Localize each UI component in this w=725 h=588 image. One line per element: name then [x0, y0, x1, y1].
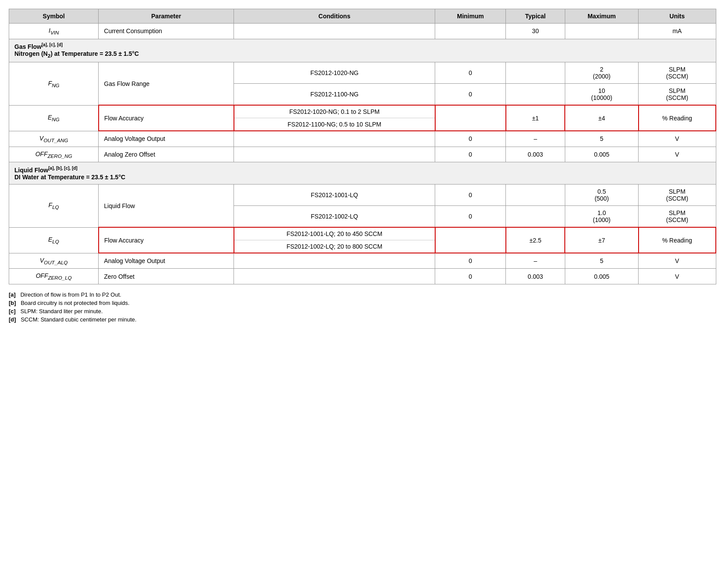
- typ-offzero-lq: 0.003: [506, 269, 565, 284]
- min-offzero-ng: 0: [435, 147, 506, 162]
- typ-offzero-ng: 0.003: [506, 147, 565, 162]
- min-vout-alq: 0: [435, 253, 506, 269]
- cond-fng-1: FS2012-1020-NG: [234, 62, 435, 84]
- min-fng-1: 0: [435, 62, 506, 84]
- param-liquid-flow: Liquid Flow: [99, 185, 234, 228]
- cond-flq-2: FS2012-1002-LQ: [234, 206, 435, 228]
- gas-flow-section-header: Gas Flow[a], [c], [d] Nitrogen (N2) at T…: [9, 39, 716, 62]
- symbol-fng: FNG: [9, 62, 99, 106]
- header-typical: Typical: [506, 9, 565, 24]
- cond-offzero-lq: [234, 269, 435, 284]
- min-elq: [435, 227, 506, 253]
- min-vout-ang: 0: [435, 131, 506, 147]
- param-gas-flow-range: Gas Flow Range: [99, 62, 234, 106]
- units-offzero-ng: V: [639, 147, 716, 162]
- symbol-offzero-lq: OFFZERO_LQ: [9, 269, 99, 284]
- units-fng-2: SLPM(SCCM): [639, 84, 716, 106]
- typ-eng: ±1: [506, 105, 565, 131]
- header-conditions: Conditions: [234, 9, 435, 24]
- max-offzero-lq: 0.005: [565, 269, 638, 284]
- liquid-flow-title: Liquid Flow[a], [b], [c], [d] DI Water a…: [9, 162, 716, 185]
- cond-vout-ang: [234, 131, 435, 147]
- min-eng: [435, 105, 506, 131]
- footnote-a: [a] Direction of flow is from P1 In to P…: [9, 291, 716, 298]
- main-table: Symbol Parameter Conditions Minimum Typi…: [9, 9, 716, 284]
- max-vout-alq: 5: [565, 253, 638, 269]
- symbol-vout-alq: VOUT_ALQ: [9, 253, 99, 269]
- flq-row-1: FLQ Liquid Flow FS2012-1001-LQ 0 0.5(500…: [9, 185, 716, 206]
- footnote-b: [b] Board circuitry is not protected fro…: [9, 300, 716, 306]
- footnotes: [a] Direction of flow is from P1 In to P…: [9, 291, 716, 323]
- liquid-flow-section-header: Liquid Flow[a], [b], [c], [d] DI Water a…: [9, 162, 716, 185]
- typ-vout-ang: –: [506, 131, 565, 147]
- header-minimum: Minimum: [435, 9, 506, 24]
- table-header-row: Symbol Parameter Conditions Minimum Typi…: [9, 9, 716, 24]
- footnote-c: [c] SLPM: Standard liter per minute.: [9, 308, 716, 315]
- cond-ivin: [234, 24, 435, 39]
- cond-eng: FS2012-1020-NG; 0.1 to 2 SLPM FS2012-110…: [234, 105, 435, 131]
- param-flow-accuracy-lq: Flow Accuracy: [99, 227, 234, 253]
- symbol-flq: FLQ: [9, 185, 99, 228]
- typ-elq: ±2.5: [506, 227, 565, 253]
- min-fng-2: 0: [435, 84, 506, 106]
- eng-row: ENG Flow Accuracy FS2012-1020-NG; 0.1 to…: [9, 105, 716, 131]
- header-symbol: Symbol: [9, 9, 99, 24]
- max-fng-2: 10(10000): [565, 84, 638, 106]
- param-current-consumption: Current Consumption: [99, 24, 234, 39]
- max-fng-1: 2(2000): [565, 62, 638, 84]
- typ-vout-alq: –: [506, 253, 565, 269]
- cond-flq-1: FS2012-1001-LQ: [234, 185, 435, 206]
- header-units: Units: [639, 9, 716, 24]
- units-eng: % Reading: [639, 105, 716, 131]
- units-offzero-lq: V: [639, 269, 716, 284]
- max-eng: ±4: [565, 105, 638, 131]
- param-offzero-lq: Zero Offset: [99, 269, 234, 284]
- max-flq-2: 1.0(1000): [565, 206, 638, 228]
- footnote-d: [d] SCCM: Standard cubic centimeter per …: [9, 316, 716, 323]
- offzero-lq-row: OFFZERO_LQ Zero Offset 0 0.003 0.005 V: [9, 269, 716, 284]
- symbol-eng: ENG: [9, 105, 99, 131]
- param-vout-alq: Analog Voltage Output: [99, 253, 234, 269]
- vout-alq-row: VOUT_ALQ Analog Voltage Output 0 – 5 V: [9, 253, 716, 269]
- cond-elq: FS2012-1001-LQ; 20 to 450 SCCM FS2012-10…: [234, 227, 435, 253]
- units-elq: % Reading: [639, 227, 716, 253]
- max-elq: ±7: [565, 227, 638, 253]
- header-parameter: Parameter: [99, 9, 234, 24]
- units-vout-alq: V: [639, 253, 716, 269]
- fng-row-1: FNG Gas Flow Range FS2012-1020-NG 0 2(20…: [9, 62, 716, 84]
- gas-flow-title: Gas Flow[a], [c], [d] Nitrogen (N2) at T…: [9, 39, 716, 62]
- typ-fng-2: [506, 84, 565, 106]
- header-maximum: Maximum: [565, 9, 638, 24]
- min-flq-1: 0: [435, 185, 506, 206]
- symbol-vout-ang: VOUT_ANG: [9, 131, 99, 147]
- units-vout-ang: V: [639, 131, 716, 147]
- units-flq-2: SLPM(SCCM): [639, 206, 716, 228]
- offzero-ng-row: OFFZERO_NG Analog Zero Offset 0 0.003 0.…: [9, 147, 716, 162]
- symbol-elq: ELQ: [9, 227, 99, 253]
- max-flq-1: 0.5(500): [565, 185, 638, 206]
- vout-ang-row: VOUT_ANG Analog Voltage Output 0 – 5 V: [9, 131, 716, 147]
- typ-flq-2: [506, 206, 565, 228]
- min-offzero-lq: 0: [435, 269, 506, 284]
- cond-vout-alq: [234, 253, 435, 269]
- symbol-offzero-ng: OFFZERO_NG: [9, 147, 99, 162]
- typ-ivin: 30: [506, 24, 565, 39]
- param-flow-accuracy-ng: Flow Accuracy: [99, 105, 234, 131]
- typ-flq-1: [506, 185, 565, 206]
- elq-row: ELQ Flow Accuracy FS2012-1001-LQ; 20 to …: [9, 227, 716, 253]
- symbol-ivin: IVIN: [9, 24, 99, 39]
- cond-offzero-ng: [234, 147, 435, 162]
- typ-fng-1: [506, 62, 565, 84]
- current-consumption-row: IVIN Current Consumption 30 mA: [9, 24, 716, 39]
- units-flq-1: SLPM(SCCM): [639, 185, 716, 206]
- units-fng-1: SLPM(SCCM): [639, 62, 716, 84]
- max-ivin: [565, 24, 638, 39]
- min-flq-2: 0: [435, 206, 506, 228]
- max-offzero-ng: 0.005: [565, 147, 638, 162]
- max-vout-ang: 5: [565, 131, 638, 147]
- param-offzero-ng: Analog Zero Offset: [99, 147, 234, 162]
- cond-fng-2: FS2012-1100-NG: [234, 84, 435, 106]
- param-vout-ang: Analog Voltage Output: [99, 131, 234, 147]
- units-ivin: mA: [639, 24, 716, 39]
- min-ivin: [435, 24, 506, 39]
